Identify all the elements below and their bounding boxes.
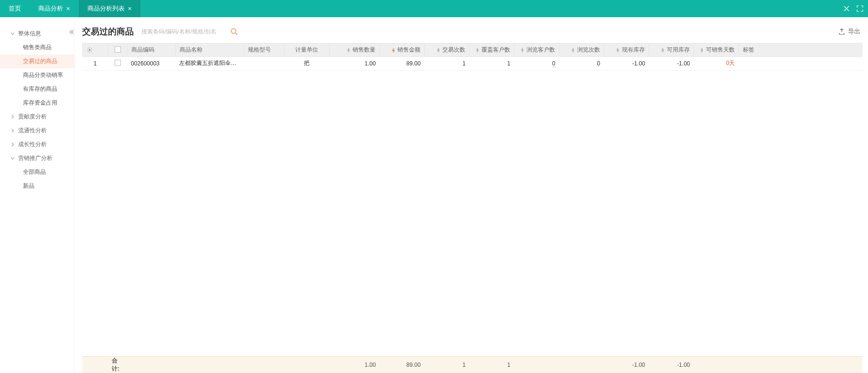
- chevron-right-icon: [11, 128, 15, 133]
- footer-cell-gear: [82, 357, 108, 373]
- col-header-chk: [108, 43, 128, 57]
- col-header-txn[interactable]: ▲▼交易次数: [425, 43, 470, 57]
- footer-cell-vcust: [514, 357, 559, 373]
- col-header-label: 销售数量: [353, 46, 375, 53]
- col-header-avail[interactable]: ▲▼可用库存: [649, 43, 694, 57]
- export-label: 导出: [848, 27, 860, 36]
- table-footer-row: 合计:1.0089.0011-1.00-1.00: [82, 357, 862, 373]
- sidebar-group-label: 流通性分析: [18, 127, 47, 135]
- cell-unit: 把: [284, 57, 329, 70]
- col-header-qty[interactable]: ▲▼销售数量: [329, 43, 380, 57]
- sidebar-item-0-0[interactable]: 销售类商品: [0, 41, 74, 54]
- footer-cell-spec: [244, 357, 284, 373]
- tab-close-icon[interactable]: ✕: [66, 6, 70, 12]
- sidebar-group-1[interactable]: 贡献度分析: [0, 110, 74, 124]
- footer-cell-code: [127, 357, 175, 373]
- tab-1[interactable]: 商品分析✕: [30, 0, 79, 17]
- tab-label: 首页: [9, 4, 21, 13]
- row-checkbox[interactable]: [115, 60, 121, 66]
- sidebar-item-0-4[interactable]: 库存资金占用: [0, 96, 74, 110]
- col-header-label: 规格型号: [248, 46, 271, 53]
- gear-icon[interactable]: [86, 47, 104, 53]
- close-panel-icon[interactable]: [843, 5, 850, 12]
- col-header-label: 交易次数: [442, 46, 465, 53]
- col-header-gear: [83, 43, 108, 57]
- cell-amount: 89.00: [380, 57, 425, 70]
- sidebar-item-4-1[interactable]: 新品: [0, 179, 74, 193]
- table-container: 商品编码商品名称规格型号计量单位▲▼销售数量▲▼销售金额▲▼交易次数▲▼覆盖客户…: [75, 43, 868, 373]
- cell-days: 0天: [694, 57, 739, 70]
- page-title: 交易过的商品: [82, 26, 134, 37]
- col-header-label: 销售金额: [397, 46, 420, 53]
- cell-views: 0: [559, 57, 604, 70]
- col-header-name: 商品名称: [175, 43, 244, 57]
- header-checkbox[interactable]: [115, 46, 121, 53]
- cell-value[interactable]: 0: [552, 60, 556, 67]
- cell-avail: -1.00: [649, 57, 694, 70]
- sidebar-item-0-1[interactable]: 交易过的商品: [0, 54, 74, 68]
- col-header-label: 商品名称: [180, 46, 203, 53]
- col-header-unit: 计量单位: [284, 43, 329, 57]
- col-header-label: 覆盖客户数: [482, 46, 510, 53]
- sidebar-group-label: 贡献度分析: [18, 113, 47, 121]
- sort-icon: ▲▼: [520, 48, 525, 53]
- sidebar-group-2[interactable]: 流通性分析: [0, 124, 74, 138]
- cell-vcust: 0: [514, 57, 559, 70]
- topbar-right-icons: [843, 0, 868, 17]
- col-header-views[interactable]: ▲▼浏览次数: [559, 43, 604, 57]
- col-header-amount[interactable]: ▲▼销售金额: [380, 43, 425, 57]
- sidebar-item-4-0[interactable]: 全部商品: [0, 165, 74, 179]
- main-panel: 交易过的商品 导出 商品编码商品名称规格型号计量单位▲▼销售数量▲▼销售金额▲▼…: [75, 21, 868, 373]
- data-table: 商品编码商品名称规格型号计量单位▲▼销售数量▲▼销售金额▲▼交易次数▲▼覆盖客户…: [82, 43, 862, 57]
- svg-point-0: [231, 29, 236, 33]
- sidebar: 整体信息销售类商品交易过的商品商品分类动销率有库存的商品库存资金占用贡献度分析流…: [0, 21, 75, 373]
- table-row[interactable]: 1002600003左都胶囊五折遮阳伞防嗮伞;把1.0089.001100-1.…: [82, 57, 862, 70]
- chevron-right-icon: [11, 142, 15, 147]
- col-header-code: 商品编码: [127, 43, 175, 57]
- sidebar-item-0-2[interactable]: 商品分类动销率: [0, 68, 74, 82]
- col-header-label: 浏览客户数: [526, 46, 555, 53]
- cell-tag: [739, 57, 862, 70]
- search-icon[interactable]: [230, 28, 238, 35]
- sort-icon: ▲▼: [391, 48, 396, 53]
- sort-icon: ▲▼: [616, 48, 620, 53]
- cell-code: 002600003: [127, 57, 175, 70]
- col-header-label: 浏览次数: [577, 46, 600, 53]
- tab-2[interactable]: 商品分析列表✕: [79, 0, 140, 17]
- sidebar-item-0-3[interactable]: 有库存的商品: [0, 82, 74, 96]
- sidebar-group-label: 营销推广分析: [18, 154, 53, 162]
- cell-gear: 1: [82, 57, 108, 70]
- sort-icon: ▲▼: [346, 48, 351, 53]
- col-header-label: 可销售天数: [706, 46, 735, 53]
- search-input[interactable]: [141, 28, 227, 35]
- sidebar-group-3[interactable]: 成长性分析: [0, 138, 74, 151]
- footer-cell-days: [694, 357, 739, 373]
- main-header: 交易过的商品 导出: [75, 21, 868, 43]
- footer-cell-qty: 1.00: [329, 357, 380, 373]
- top-tab-bar: 首页商品分析✕商品分析列表✕: [0, 0, 868, 17]
- sidebar-group-label: 成长性分析: [18, 140, 47, 149]
- col-header-label: 商品编码: [131, 46, 154, 53]
- cell-cust: 1: [470, 57, 514, 70]
- cell-chk: [108, 57, 127, 70]
- sidebar-collapse-button[interactable]: [67, 28, 75, 36]
- fullscreen-icon[interactable]: [857, 5, 863, 12]
- search-box: [141, 28, 238, 35]
- col-header-days[interactable]: ▲▼可销售天数: [694, 43, 739, 57]
- export-button[interactable]: 导出: [838, 27, 860, 36]
- tab-close-icon[interactable]: ✕: [128, 6, 132, 12]
- table-header-row: 商品编码商品名称规格型号计量单位▲▼销售数量▲▼销售金额▲▼交易次数▲▼覆盖客户…: [83, 43, 862, 57]
- col-header-vcust[interactable]: ▲▼浏览客户数: [514, 43, 559, 57]
- col-header-stock[interactable]: ▲▼现有库存: [604, 43, 649, 57]
- sidebar-group-0[interactable]: 整体信息: [0, 27, 74, 41]
- col-header-cust[interactable]: ▲▼覆盖客户数: [470, 43, 514, 57]
- cell-qty: 1.00: [329, 57, 380, 70]
- col-header-label: 标签: [743, 46, 754, 53]
- sidebar-group-4[interactable]: 营销推广分析: [0, 151, 74, 165]
- footer-cell-unit: [284, 357, 329, 373]
- cell-stock: -1.00: [604, 57, 649, 70]
- col-header-label: 可用库存: [667, 46, 690, 53]
- tab-0[interactable]: 首页: [0, 0, 30, 17]
- footer-cell-name: [175, 357, 244, 373]
- footer-cell-tag: [739, 357, 862, 373]
